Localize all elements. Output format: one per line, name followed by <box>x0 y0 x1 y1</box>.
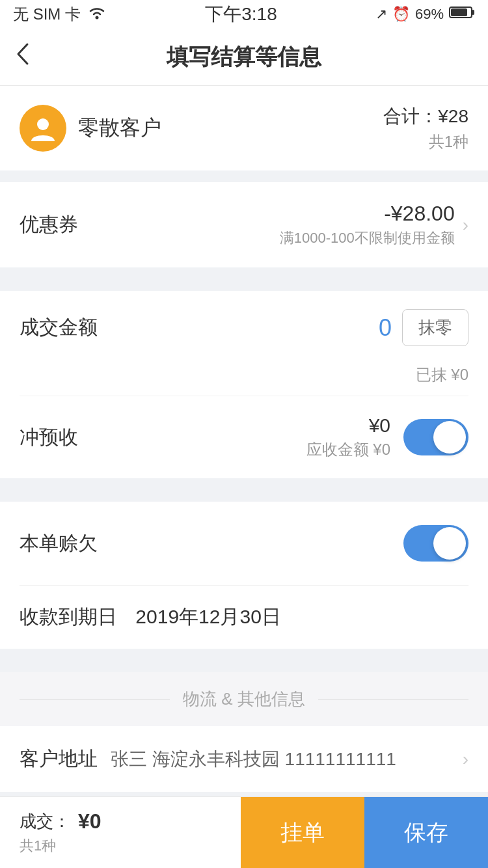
no-sim-text: 无 SIM 卡 <box>13 4 81 25</box>
total-amount: 合计：¥28 <box>383 104 468 129</box>
prepay-right: ¥0 应收金额 ¥0 <box>306 414 468 460</box>
duedate-value: 2019年12月30日 <box>135 606 280 627</box>
prepay-amount-block: ¥0 应收金额 ¥0 <box>306 414 390 460</box>
total-count: 共1种 <box>383 131 468 152</box>
deal-amount-value[interactable]: 0 <box>366 314 392 342</box>
page-title: 填写结算等信息 <box>167 42 321 72</box>
address-value: 张三 海淀永丰科技园 11111111111 <box>111 747 463 772</box>
logistics-separator: 物流 & 其他信息 <box>0 672 488 726</box>
hold-order-button[interactable]: 挂单 <box>241 797 364 868</box>
status-left: 无 SIM 卡 <box>13 4 107 25</box>
toggle-knob <box>433 421 466 454</box>
credit-row: 本单赊欠 <box>0 502 488 585</box>
section-separator-2 <box>0 490 488 502</box>
coupon-desc: 满1000-100不限制使用金额 <box>280 228 455 248</box>
nav-bar: 填写结算等信息 <box>0 29 488 86</box>
customer-card: 零散客户 合计：¥28 共1种 <box>0 86 488 170</box>
address-label: 客户地址 <box>20 746 98 772</box>
address-chevron-icon: › <box>463 749 468 770</box>
main-content: 零散客户 合计：¥28 共1种 优惠券 -¥28.00 满1000-100不限制… <box>0 86 488 868</box>
coupon-discount: -¥28.00 <box>280 202 455 226</box>
bottom-deal: 成交： ¥0 <box>20 809 241 834</box>
location-icon: ↗ <box>375 6 387 23</box>
deal-prepay-card: 成交金额 0 抹零 已抹 ¥0 冲预收 ¥0 应收金额 ¥0 <box>0 291 488 478</box>
coupon-label: 优惠券 <box>20 211 78 238</box>
status-bar: 无 SIM 卡 下午3:18 ↗ ⏰ 69% <box>0 0 488 29</box>
battery-percent: 69% <box>415 6 444 23</box>
deal-amount-label: 成交金额 <box>20 314 124 341</box>
duedate-row: 收款到期日 2019年12月30日 <box>0 586 488 649</box>
section-separator-3 <box>0 660 488 672</box>
prepay-toggle[interactable] <box>403 419 468 455</box>
credit-label: 本单赊欠 <box>20 530 98 557</box>
receivable-text: 应收金额 ¥0 <box>306 439 390 460</box>
round-zero-button[interactable]: 抹零 <box>402 309 468 346</box>
logistics-line-right <box>318 699 468 699</box>
wifi-icon <box>87 5 107 23</box>
prepay-row: 冲预收 ¥0 应收金额 ¥0 <box>0 396 488 478</box>
prepay-amount: ¥0 <box>306 414 390 437</box>
customer-name: 零散客户 <box>78 114 161 142</box>
credit-card: 本单赊欠 收款到期日 2019年12月30日 <box>0 502 488 649</box>
bottom-bar: 成交： ¥0 共1种 挂单 保存 <box>0 796 488 868</box>
bottom-deal-amount: ¥0 <box>78 809 102 834</box>
coupon-card: 优惠券 -¥28.00 满1000-100不限制使用金额 › <box>0 182 488 267</box>
prepay-label: 冲预收 <box>20 424 78 451</box>
bottom-count: 共1种 <box>20 836 241 856</box>
logistics-line-left <box>20 699 170 699</box>
logistics-text: 物流 & 其他信息 <box>183 688 305 711</box>
svg-point-4 <box>37 118 49 130</box>
address-row[interactable]: 客户地址 张三 海淀永丰科技园 11111111111 › <box>0 726 488 792</box>
back-button[interactable] <box>16 42 30 72</box>
customer-total: 合计：¥28 共1种 <box>383 104 468 152</box>
deal-amount-row: 成交金额 0 抹零 <box>0 291 488 364</box>
coupon-right: -¥28.00 满1000-100不限制使用金额 › <box>280 202 468 248</box>
coupon-value-block: -¥28.00 满1000-100不限制使用金额 <box>280 202 455 248</box>
svg-point-0 <box>96 16 99 20</box>
svg-rect-2 <box>472 10 474 15</box>
address-card: 客户地址 张三 海淀永丰科技园 11111111111 › <box>0 726 488 792</box>
status-right: ↗ ⏰ 69% <box>375 5 475 23</box>
deal-label: 成交： <box>20 810 70 833</box>
alarm-icon: ⏰ <box>392 6 410 23</box>
duedate-label: 收款到期日 <box>20 606 117 627</box>
credit-toggle-knob <box>433 527 466 560</box>
bottom-info: 成交： ¥0 共1种 <box>0 797 241 868</box>
svg-rect-3 <box>451 8 467 16</box>
avatar <box>20 105 66 152</box>
already-zero-text: 已抹 ¥0 <box>416 364 468 385</box>
battery-icon <box>449 5 475 23</box>
deal-amount-right: 0 抹零 <box>366 309 468 346</box>
credit-toggle[interactable] <box>403 525 468 562</box>
status-time: 下午3:18 <box>205 2 277 27</box>
customer-info: 零散客户 <box>20 105 161 152</box>
section-separator-1 <box>0 279 488 291</box>
chevron-right-icon: › <box>463 215 468 236</box>
save-button[interactable]: 保存 <box>364 797 488 868</box>
coupon-row[interactable]: 优惠券 -¥28.00 满1000-100不限制使用金额 › <box>0 182 488 267</box>
customer-row: 零散客户 合计：¥28 共1种 <box>0 86 488 170</box>
